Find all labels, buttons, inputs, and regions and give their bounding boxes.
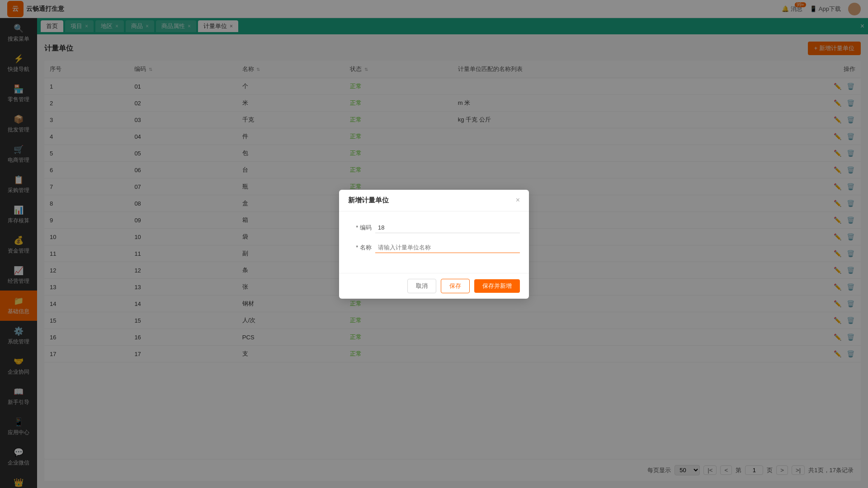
name-input[interactable] — [375, 242, 520, 253]
modal-title: 新增计量单位 — [348, 196, 389, 205]
name-label: * 名称 — [348, 244, 375, 252]
modal-body: * 编码 * 名称 — [339, 211, 529, 273]
form-item-code: * 编码 — [348, 222, 520, 233]
code-label: * 编码 — [348, 224, 375, 232]
modal-close-button[interactable]: × — [516, 196, 520, 204]
cancel-button[interactable]: 取消 — [407, 279, 436, 293]
save-button[interactable]: 保存 — [441, 279, 470, 293]
form-item-name: * 名称 — [348, 242, 520, 253]
modal-dialog: 新增计量单位 × * 编码 * 名称 取消 保存 保存并新增 — [339, 190, 529, 299]
modal-header: 新增计量单位 × — [339, 190, 529, 211]
modal-overlay[interactable]: 新增计量单位 × * 编码 * 名称 取消 保存 保存并新增 — [0, 0, 868, 488]
code-input[interactable] — [375, 222, 520, 233]
modal-footer: 取消 保存 保存并新增 — [339, 273, 529, 299]
save-add-button[interactable]: 保存并新增 — [474, 279, 520, 293]
